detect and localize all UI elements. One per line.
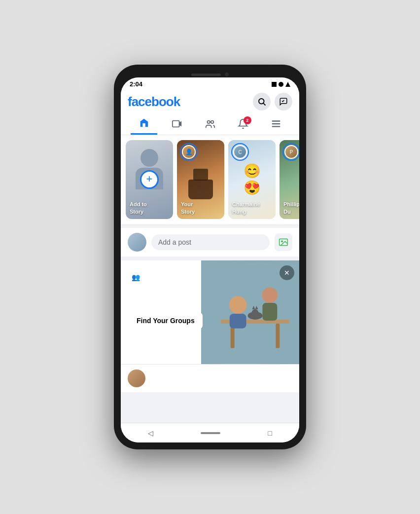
charmaine-avatar: C [233,145,247,159]
charmaine-label: CharmaineHung [232,201,260,215]
phone-top-bar [121,72,299,77]
header-top: facebook [128,93,292,110]
svg-point-5 [211,120,214,123]
svg-rect-3 [173,120,179,127]
groups-icon [205,118,215,129]
status-icons [272,82,290,87]
header-actions [253,93,292,110]
search-icon [257,97,266,106]
phillip-ring: P [282,143,299,161]
groups-title-row: 👥 Groups [129,270,220,284]
photo-icon [279,237,288,247]
svg-rect-18 [262,303,277,321]
signal-icon [279,82,283,87]
video-icon [172,118,182,129]
add-photo-button[interactable] [275,233,292,251]
add-post-input[interactable]: Add a post [151,234,270,250]
menu-icon [271,118,281,129]
search-button[interactable] [253,93,271,110]
android-nav: ◁ □ [121,423,299,442]
groups-banner-content: 👥 Groups New ways to find and join commu… [121,260,228,338]
groups-banner-title: Groups [146,272,178,283]
svg-rect-2 [143,123,146,127]
messenger-button[interactable] [275,93,292,110]
android-back-button[interactable]: ◁ [141,426,160,440]
story-charmaine[interactable]: 😊😍 C CharmaineHung [228,140,276,219]
add-story-label: Add toStory [130,201,147,215]
phillip-label: PhillipDu [283,201,299,215]
add-story-plus-btn[interactable] [140,170,159,189]
svg-point-4 [207,120,210,123]
svg-point-15 [229,296,247,314]
phone-frame: 2:04 facebook [114,65,306,449]
svg-point-0 [259,99,264,104]
tab-home[interactable] [131,113,157,135]
status-bar: 2:04 [121,77,299,90]
wifi-icon [285,82,290,87]
charmaine-ring: C [231,143,249,161]
facebook-logo: facebook [128,94,180,110]
battery-icon [272,82,277,87]
tab-menu[interactable] [263,114,289,134]
android-home-button[interactable] [201,432,220,434]
phillip-avatar: P [284,145,298,159]
post-box: Add a post [121,228,299,260]
story-yours[interactable]: 👤 YourStory [177,140,224,219]
next-post-avatar [128,369,145,387]
phone-speaker [191,73,221,76]
stories-row: Add toStory 👤 YourStory [121,135,299,228]
home-icon [139,117,149,128]
tab-notifications[interactable]: 2 [230,114,256,134]
svg-rect-14 [276,324,280,348]
story-phillip[interactable]: P PhillipDu [280,140,299,219]
svg-line-1 [263,103,265,105]
groups-banner: 👥 Groups New ways to find and join commu… [121,260,299,364]
tab-video[interactable] [164,114,190,134]
tab-groups[interactable] [197,114,223,134]
svg-point-17 [262,287,278,303]
main-content: Add toStory 👤 YourStory [121,135,299,423]
your-story-ring: 👤 [180,143,198,161]
next-post-preview [121,364,299,392]
story-add[interactable]: Add toStory [126,140,173,219]
groups-banner-close[interactable]: ✕ [280,265,294,280]
notification-badge: 2 [244,116,251,124]
app-header: facebook [121,90,299,135]
phone-camera [225,73,229,76]
find-groups-button[interactable]: Find Your Groups [129,313,203,329]
phone-screen: 2:04 facebook [121,77,299,442]
svg-point-20 [251,309,258,316]
your-story-avatar: 👤 [182,145,196,159]
nav-tabs: 2 [128,113,292,135]
groups-banner-description: New ways to find and join communities. [129,288,220,306]
android-recent-button[interactable]: □ [261,426,279,440]
messenger-icon [279,97,288,106]
status-time: 2:04 [130,80,142,88]
svg-point-10 [281,241,283,242]
groups-banner-icon: 👥 [129,270,142,284]
svg-rect-16 [230,314,246,329]
user-avatar [128,233,146,252]
your-story-label: YourStory [181,201,195,215]
